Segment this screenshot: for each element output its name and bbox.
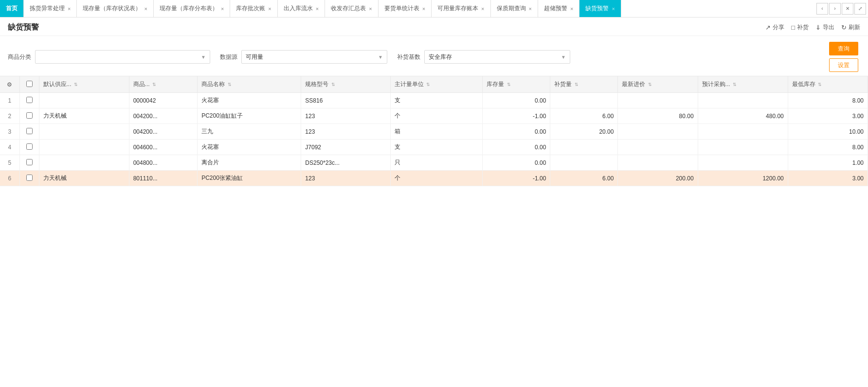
tab-batch-account[interactable]: 库存批次账 ×: [230, 0, 277, 18]
tab-prev-button[interactable]: ‹: [816, 3, 828, 15]
row-name-4: 火花塞: [198, 140, 301, 155]
tab-expiry-query-close[interactable]: ×: [529, 6, 532, 12]
tab-inventory-status[interactable]: 现存量（库存状况表） ×: [77, 0, 153, 18]
col-gear[interactable]: ⚙: [0, 76, 19, 93]
row-replenish-qty-1: [550, 93, 618, 108]
tab-available-ledger-close[interactable]: ×: [481, 6, 484, 12]
row-checkbox-2[interactable]: [26, 112, 33, 119]
category-select[interactable]: ▼: [35, 50, 210, 64]
row-stock-4: 0.00: [483, 140, 550, 155]
tab-inventory-status-close[interactable]: ×: [144, 6, 147, 12]
row-supplier-5: [39, 155, 129, 171]
tab-order-stats-close[interactable]: ×: [422, 6, 425, 12]
row-latest-price-3: [618, 124, 698, 140]
row-latest-price-4: [618, 140, 698, 155]
col-check-header: [19, 76, 39, 93]
page-header: 缺货预警 ↗ 分享 □ 补货 ⇓ 导出 ↻ 刷新: [0, 18, 868, 36]
row-stock-3: 0.00: [483, 124, 550, 140]
col-min-stock-label: 最低库存: [792, 81, 815, 88]
export-action[interactable]: ⇓ 导出: [815, 23, 834, 32]
category-select-arrow: ▼: [201, 54, 206, 60]
row-code-3: 004200...: [129, 124, 198, 140]
query-button[interactable]: 查询: [829, 42, 858, 55]
tab-receipt-summary-close[interactable]: ×: [369, 6, 372, 12]
col-replenish-qty-header[interactable]: 补货量 ⇅: [550, 76, 618, 93]
row-checkbox-6[interactable]: [26, 175, 33, 181]
col-unit-header[interactable]: 主计量单位 ⇅: [391, 76, 483, 93]
tab-inout-flow-close[interactable]: ×: [316, 6, 319, 12]
col-name-header[interactable]: 商品名称 ⇅: [198, 76, 301, 93]
row-check-6[interactable]: [19, 171, 39, 186]
col-min-stock-header[interactable]: 最低库存 ⇅: [788, 76, 868, 93]
select-all-checkbox[interactable]: [26, 81, 33, 87]
tab-shortage-warn[interactable]: 缺货预警 ×: [579, 0, 621, 18]
col-stock-label: 库存量: [487, 81, 504, 88]
datasource-select-value: 可用量: [246, 53, 263, 61]
refresh-action[interactable]: ↻ 刷新: [841, 23, 860, 32]
row-spec-4: J7092: [301, 140, 391, 155]
row-est-purchase-1: [698, 93, 788, 108]
tab-order-stats[interactable]: 要货单统计表 ×: [379, 0, 432, 18]
row-checkbox-1[interactable]: [26, 97, 33, 103]
row-supplier-3: [39, 124, 129, 140]
col-latest-price-header[interactable]: 最新进价 ⇅: [618, 76, 698, 93]
tab-overstock-warn-close[interactable]: ×: [570, 6, 573, 12]
col-est-purchase-sort-icon: ⇅: [733, 82, 737, 87]
replenish-icon: □: [791, 24, 795, 31]
row-name-2: PC200油缸缸子: [198, 108, 301, 124]
tab-receipt-summary-label: 收发存汇总表: [331, 4, 366, 13]
tab-available-ledger-label: 可用量库存账本: [437, 4, 478, 13]
col-est-purchase-header[interactable]: 预计采购... ⇅: [698, 76, 788, 93]
row-checkbox-5[interactable]: [26, 159, 33, 165]
row-check-3[interactable]: [19, 124, 39, 140]
share-action[interactable]: ↗ 分享: [765, 23, 784, 32]
datasource-select[interactable]: 可用量 ▼: [241, 50, 387, 64]
replenish-select[interactable]: 安全库存 ▼: [424, 50, 570, 64]
tab-batch-account-close[interactable]: ×: [268, 6, 271, 12]
col-est-purchase-label: 预计采购...: [702, 81, 730, 88]
tab-inventory-dist-close[interactable]: ×: [221, 6, 224, 12]
col-supplier-header[interactable]: 默认供应... ⇅: [39, 76, 129, 93]
col-spec-header[interactable]: 规格型号 ⇅: [301, 76, 391, 93]
tab-shortage-warn-close[interactable]: ×: [612, 6, 615, 12]
tab-close-all-button[interactable]: ✕: [842, 3, 853, 15]
table-row: 6 力天机械 801110... PC200张紧油缸 123 个 -1.00 6…: [0, 171, 868, 186]
row-check-2[interactable]: [19, 108, 39, 124]
tab-overstock-warn[interactable]: 超储预警 ×: [538, 0, 579, 18]
refresh-icon: ↻: [841, 24, 847, 31]
tab-receipt-summary[interactable]: 收发存汇总表 ×: [325, 0, 378, 18]
tab-available-ledger[interactable]: 可用量库存账本 ×: [432, 0, 490, 18]
table-row: 1 0000042 火花塞 SS816 支 0.00 8.00: [0, 93, 868, 108]
tab-fullscreen-button[interactable]: ⤢: [854, 3, 866, 15]
tab-exception[interactable]: 拣货异常处理 ×: [24, 0, 77, 18]
tab-exception-close[interactable]: ×: [68, 6, 71, 12]
row-code-5: 004800...: [129, 155, 198, 171]
row-latest-price-5: [618, 155, 698, 171]
tab-inout-flow[interactable]: 出入库流水 ×: [278, 0, 325, 18]
tab-expiry-query[interactable]: 保质期查询 ×: [491, 0, 538, 18]
row-min-stock-6: 3.00: [788, 171, 868, 186]
row-checkbox-3[interactable]: [26, 128, 33, 134]
row-check-1[interactable]: [19, 93, 39, 108]
row-num-1: 1: [0, 93, 19, 108]
replenish-action[interactable]: □ 补货: [791, 23, 809, 32]
replenish-filter-label: 补货基数: [397, 53, 420, 61]
col-name-label: 商品名称: [201, 81, 225, 88]
tab-inventory-dist[interactable]: 现存量（库存分布表） ×: [154, 0, 230, 18]
col-spec-label: 规格型号: [305, 81, 328, 88]
tab-home[interactable]: 首页: [0, 0, 24, 18]
col-spec-sort-icon: ⇅: [331, 82, 335, 87]
tab-next-button[interactable]: ›: [829, 3, 841, 15]
settings-button[interactable]: 设置: [829, 58, 858, 72]
row-num-5: 5: [0, 155, 19, 171]
row-check-5[interactable]: [19, 155, 39, 171]
tab-order-stats-label: 要货单统计表: [384, 4, 419, 13]
row-stock-1: 0.00: [483, 93, 550, 108]
col-code-header[interactable]: 商品... ⇅: [129, 76, 198, 93]
row-est-purchase-6: 1200.00: [698, 171, 788, 186]
row-code-4: 004600...: [129, 140, 198, 155]
col-latest-price-label: 最新进价: [622, 81, 645, 88]
col-stock-header[interactable]: 库存量 ⇅: [483, 76, 550, 93]
row-checkbox-4[interactable]: [26, 143, 33, 150]
row-check-4[interactable]: [19, 140, 39, 155]
